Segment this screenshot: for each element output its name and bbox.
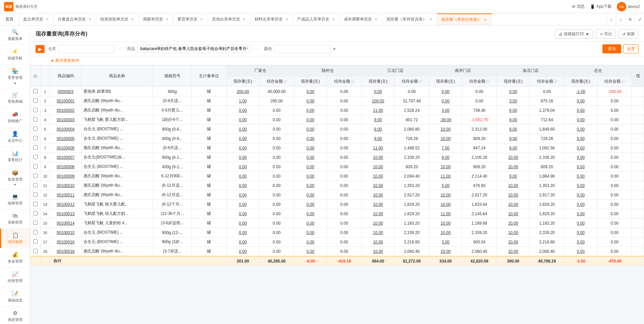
row-check[interactable] — [31, 219, 41, 228]
row-check[interactable] — [31, 143, 41, 153]
filter-toggle-btn[interactable]: ▶ — [36, 45, 45, 53]
row-nanan-qty[interactable]: 10.00 — [429, 200, 462, 209]
row-check[interactable] — [31, 190, 41, 200]
tab-finished-in[interactable]: 产成品入库单历史 ✕ — [293, 13, 340, 26]
goods-input[interactable] — [137, 45, 251, 53]
info-icon-5[interactable]: ⓘ — [554, 80, 557, 83]
info-icon-1[interactable]: ⓘ — [283, 80, 287, 83]
row-lucun-qty[interactable]: 0.00 — [294, 200, 327, 209]
row-yubei-qty[interactable]: 6.00 — [497, 106, 530, 115]
row-total-qty[interactable]: 0.00 — [564, 134, 597, 143]
sidebar-item-wholesale[interactable]: 📦 批发管理 ▼ — [0, 166, 30, 190]
info-icon-3[interactable]: ⓘ — [419, 80, 422, 83]
goods-ellipsis[interactable]: ··· — [253, 46, 261, 52]
query-button[interactable]: 查询 — [602, 44, 621, 53]
tab-expand-btn[interactable]: ⤢ — [635, 13, 644, 26]
row-jiangbei-qty[interactable]: 10.00 — [362, 162, 394, 172]
row-code[interactable]: 00100010 — [50, 181, 82, 190]
tab-cost-adjust[interactable]: 成本调整单历史 ✕ — [340, 13, 382, 26]
close-tab-other-out[interactable]: ✕ — [242, 17, 246, 21]
row-check[interactable] — [31, 247, 41, 257]
row-nanan-qty[interactable]: 0.00 — [429, 87, 462, 96]
tab-next-btn[interactable]: › — [616, 13, 625, 26]
sidebar-item-basic[interactable]: 📝 基础信息 — [0, 287, 30, 307]
row-checkbox[interactable] — [33, 155, 38, 159]
row-yubei-qty[interactable]: 8.00 — [497, 125, 530, 134]
row-nanan-qty[interactable]: 3.00 — [429, 237, 462, 247]
row-code[interactable]: 00100002 — [50, 106, 82, 115]
row-jiangbei-qty[interactable]: 0.00 — [362, 87, 394, 96]
row-nanan-qty[interactable]: 3.00 — [429, 106, 462, 115]
tab-transfer[interactable]: 调拨单历史 ✕ — [139, 13, 173, 26]
row-check[interactable] — [31, 181, 41, 190]
row-lucun-qty[interactable]: 0.00 — [294, 219, 327, 228]
row-nanan-qty[interactable]: 10.00 — [429, 219, 462, 228]
row-lucun-qty[interactable]: 0.00 — [294, 125, 327, 134]
close-tab-finished-in[interactable]: ✕ — [331, 17, 335, 21]
sidebar-item-purchase[interactable]: 🛍 采购管理 — [0, 210, 30, 229]
color-input[interactable] — [274, 45, 330, 53]
row-code[interactable]: 00100011 — [50, 190, 82, 200]
row-total-qty[interactable]: 0.00 — [564, 96, 597, 106]
tab-stocktake[interactable]: 盘点单历史 ✕ — [19, 13, 54, 26]
row-jiangbei-qty[interactable]: 9.00 — [362, 115, 394, 125]
warehouse-input[interactable] — [58, 45, 114, 53]
tab-disassemble[interactable]: 组装拆卸单历史 ✕ — [96, 13, 139, 26]
row-nanan-qty[interactable]: 9.00 — [429, 153, 462, 162]
th-settings[interactable]: ⚙ — [31, 65, 41, 87]
tab-close-btn[interactable]: ✕ — [625, 13, 635, 26]
row-total-qty[interactable]: 0.00 — [564, 106, 597, 115]
row-yubei-qty[interactable]: 10.00 — [497, 219, 530, 228]
close-tab-disassemble[interactable]: ✕ — [130, 17, 135, 21]
row-jiangbei-qty[interactable]: 10.00 — [362, 181, 394, 190]
row-total-qty[interactable]: 0.00 — [564, 200, 597, 209]
refresh-btn[interactable]: ↺ 刷新 — [619, 30, 639, 39]
row-yubei-qty[interactable]: 10.00 — [497, 162, 530, 172]
row-yubei-qty[interactable]: 10.00 — [497, 247, 530, 257]
row-lucun-qty[interactable]: 0.00 — [294, 237, 327, 247]
row-yubei-qty[interactable]: 10.00 — [497, 153, 530, 162]
row-code[interactable]: 0000003 — [50, 87, 82, 96]
tab-stock-status[interactable]: 现存量（库存状况表） ✕ — [382, 13, 437, 26]
row-changjiacao-qty[interactable]: 0.00 — [226, 153, 259, 162]
row-checkbox[interactable] — [33, 108, 38, 112]
app-download-btn[interactable]: 📱 App下载 — [590, 4, 611, 9]
row-total-qty[interactable]: 0.00 — [564, 228, 597, 237]
close-tab-goods-request[interactable]: ✕ — [200, 17, 204, 21]
row-check[interactable] — [31, 209, 41, 219]
user-menu[interactable]: Ea demo2 — [617, 2, 640, 11]
row-total-qty[interactable]: 0.00 — [564, 143, 597, 153]
row-code[interactable]: 00100016 — [50, 237, 82, 247]
close-tab-cost-adjust[interactable]: ✕ — [374, 17, 378, 21]
row-code[interactable]: 00100005 — [50, 134, 82, 143]
color-dropdown-icon[interactable]: ▼ — [332, 47, 336, 51]
tab-prev-btn[interactable]: ‹ — [606, 13, 616, 26]
row-jiangbei-qty[interactable]: 10.00 — [362, 200, 394, 209]
close-tab-stock-dist[interactable]: ✕ — [483, 17, 487, 22]
row-total-qty[interactable]: 0.00 — [564, 115, 597, 125]
row-jiangbei-qty[interactable]: 10.00 — [362, 190, 394, 200]
row-lucun-qty[interactable]: 0.00 — [294, 172, 327, 181]
sidebar-item-finance[interactable]: 💰 资金管理 — [0, 248, 30, 268]
row-changjiacao-qty[interactable]: 0.00 — [226, 106, 259, 115]
sidebar-item-ecommerce[interactable]: 💻 电商管理 — [0, 190, 30, 210]
info-icon-6[interactable]: ⓘ — [621, 80, 625, 83]
row-changjiacao-qty[interactable]: 1.00 — [226, 96, 259, 106]
row-changjiacao-qty[interactable]: 0.00 — [226, 209, 259, 219]
row-checkbox[interactable] — [33, 174, 38, 178]
info-icon-2[interactable]: ⓘ — [351, 80, 354, 83]
row-nanan-qty[interactable]: -39.00 — [429, 115, 462, 125]
warehouse-ellipsis[interactable]: ··· — [116, 46, 124, 52]
row-changjiacao-qty[interactable]: 0.00 — [226, 228, 259, 237]
row-total-qty[interactable]: 0.00 — [564, 237, 597, 247]
sidebar-item-marketing[interactable]: 📣 营销推广 — [0, 108, 30, 127]
settings-button[interactable]: 设置 — [623, 44, 639, 53]
row-code[interactable]: 00100018 — [50, 247, 82, 257]
row-code[interactable]: 00100008 — [50, 162, 82, 172]
row-checkbox[interactable] — [33, 164, 38, 169]
row-check[interactable] — [31, 87, 41, 96]
sidebar-item-retail-stats[interactable]: 📊 零售统计 — [0, 147, 30, 166]
row-yubei-qty[interactable]: 10.00 — [497, 200, 530, 209]
row-check[interactable] — [31, 237, 41, 247]
close-tab-stock-sub[interactable]: ✕ — [88, 17, 92, 21]
